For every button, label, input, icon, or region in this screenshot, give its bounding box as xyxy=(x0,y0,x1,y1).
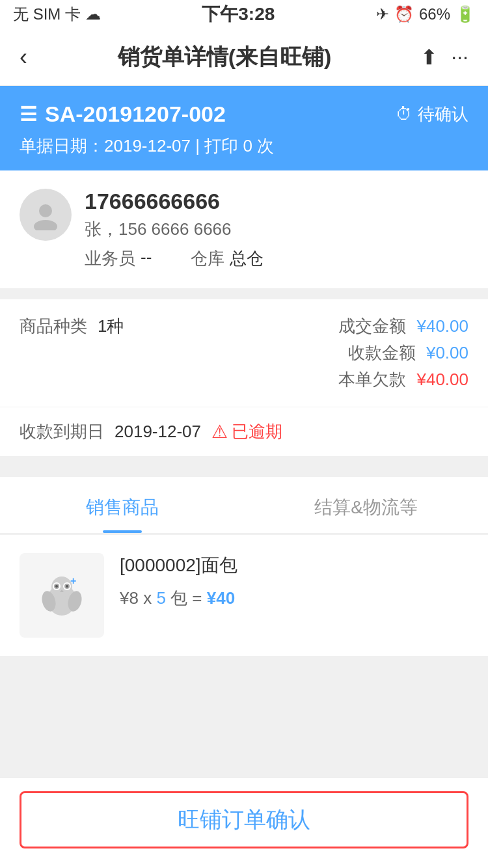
deal-amount-row: 成交金额 ¥40.00 xyxy=(338,315,468,338)
customer-meta: 业务员 -- 仓库 总仓 xyxy=(85,247,468,270)
product-types-label: 商品种类 xyxy=(20,315,87,338)
equals-sign: = xyxy=(192,588,206,608)
svg-point-6 xyxy=(55,585,58,588)
order-icon: ☰ xyxy=(20,103,37,126)
product-unit: 包 xyxy=(170,588,187,608)
product-id: [0000002] xyxy=(120,555,201,575)
salesperson-value: -- xyxy=(141,247,152,270)
tabs-header: 销售商品 结算&物流等 xyxy=(0,477,488,534)
order-date: 单据日期：2019-12-07 | 打印 0 次 xyxy=(20,135,468,157)
multiply-sign: x xyxy=(143,588,156,608)
product-name-text: 面包 xyxy=(201,555,237,575)
warehouse-value: 总仓 xyxy=(230,247,264,270)
bottom-bar: 旺铺订单确认 xyxy=(0,778,488,868)
order-number-text: SA-20191207-002 xyxy=(45,102,226,127)
customer-phone: 17666666666 xyxy=(85,189,468,214)
clock-icon: ⏱ xyxy=(396,104,413,124)
svg-point-0 xyxy=(39,204,52,217)
nav-bar: ‹ 销货单详情(来自旺铺) ⬆ ··· xyxy=(0,29,488,86)
alarm-icon: ⏰ xyxy=(394,5,414,23)
salesperson-meta: 业务员 -- xyxy=(85,247,152,270)
tab-sales-products[interactable]: 销售商品 xyxy=(0,477,244,533)
product-item: + [0000002]面包 ¥8 x 5 包 = ¥40 xyxy=(0,535,488,656)
product-types-value: 1种 xyxy=(98,315,124,338)
due-date-section: 收款到期日 2019-12-07 ⚠ 已逾期 xyxy=(0,407,488,456)
customer-section: 17666666666 张，156 6666 6666 业务员 -- 仓库 总仓 xyxy=(0,170,488,289)
product-info: [0000002]面包 ¥8 x 5 包 = ¥40 xyxy=(120,553,468,610)
order-number: ☰ SA-20191207-002 xyxy=(20,102,226,127)
collected-amount-row: 收款金额 ¥0.00 xyxy=(348,342,468,364)
status-time: 下午3:28 xyxy=(202,2,275,27)
owed-amount-value: ¥40.00 xyxy=(416,370,468,390)
product-price: ¥8 x 5 包 = ¥40 xyxy=(120,587,468,610)
more-icon[interactable]: ··· xyxy=(451,45,468,69)
collected-amount-value: ¥0.00 xyxy=(426,343,468,363)
warehouse-meta: 仓库 总仓 xyxy=(191,247,264,270)
empty-content-area xyxy=(0,656,488,786)
product-quantity: 5 xyxy=(156,588,165,608)
overdue-icon: ⚠ xyxy=(211,421,228,442)
tab-settlement[interactable]: 结算&物流等 xyxy=(244,477,488,533)
warehouse-label: 仓库 xyxy=(191,247,224,270)
sim-status: 无 SIM 卡 ☁ xyxy=(13,4,101,25)
product-name: [0000002]面包 xyxy=(120,553,468,578)
deal-amount-value: ¥40.00 xyxy=(416,316,468,336)
battery-level: 66% xyxy=(419,5,450,23)
nav-actions: ⬆ ··· xyxy=(390,45,468,70)
product-thumbnail: + xyxy=(20,553,104,638)
order-status-text: 待确认 xyxy=(418,103,468,126)
location-icon: ✈ xyxy=(376,5,389,23)
salesperson-label: 业务员 xyxy=(85,247,135,270)
order-status-badge: ⏱ 待确认 xyxy=(396,103,468,126)
summary-section: 商品种类 1种 成交金额 ¥40.00 收款金额 ¥0.00 本单欠款 ¥40.… xyxy=(0,299,488,407)
product-total: ¥40 xyxy=(207,588,235,608)
confirm-order-button[interactable]: 旺铺订单确认 xyxy=(20,791,468,848)
product-types: 商品种类 1种 xyxy=(20,315,124,338)
overdue-text: 已逾期 xyxy=(232,420,282,443)
tabs-section: 销售商品 结算&物流等 xyxy=(0,477,488,534)
due-date-value: 2019-12-07 xyxy=(115,422,201,442)
customer-avatar xyxy=(20,189,72,241)
back-button[interactable]: ‹ xyxy=(20,44,59,71)
owed-amount-row: 本单欠款 ¥40.00 xyxy=(338,368,468,391)
customer-info: 17666666666 张，156 6666 6666 业务员 -- 仓库 总仓 xyxy=(85,189,468,270)
order-header-card: ☰ SA-20191207-002 ⏱ 待确认 单据日期：2019-12-07 … xyxy=(0,86,488,170)
due-date-label: 收款到期日 xyxy=(20,420,104,443)
svg-text:+: + xyxy=(70,575,76,586)
overdue-badge: ⚠ 已逾期 xyxy=(211,420,282,443)
battery-icon: 🔋 xyxy=(455,5,475,23)
collected-amount-label: 收款金额 xyxy=(348,342,416,364)
amounts-summary: 成交金额 ¥40.00 收款金额 ¥0.00 本单欠款 ¥40.00 xyxy=(338,315,468,391)
status-left: 无 SIM 卡 ☁ xyxy=(13,4,101,25)
price-unit: ¥8 xyxy=(120,588,139,608)
deal-amount-label: 成交金额 xyxy=(338,315,406,338)
svg-point-9 xyxy=(66,585,68,588)
status-right: ✈ ⏰ 66% 🔋 xyxy=(376,5,475,23)
owed-amount-label: 本单欠款 xyxy=(338,368,406,391)
page-title: 销货单详情(来自旺铺) xyxy=(59,42,390,72)
svg-point-1 xyxy=(34,220,57,230)
status-bar: 无 SIM 卡 ☁ 下午3:28 ✈ ⏰ 66% 🔋 xyxy=(0,0,488,29)
customer-name: 张，156 6666 6666 xyxy=(85,218,468,241)
share-icon[interactable]: ⬆ xyxy=(420,45,438,70)
